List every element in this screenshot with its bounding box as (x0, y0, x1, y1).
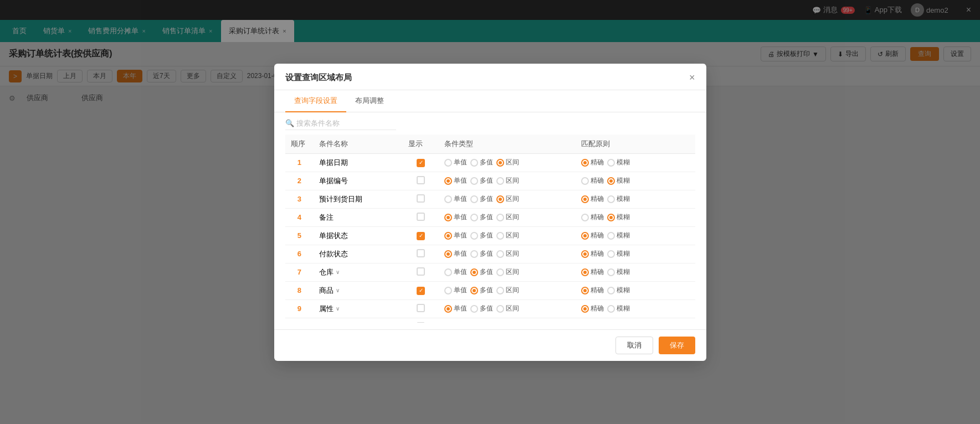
type-single-option[interactable]: 单值 (444, 213, 467, 222)
type-multi-radio[interactable] (470, 268, 478, 276)
type-multi-radio[interactable] (470, 214, 478, 221)
type-range-radio[interactable] (496, 305, 504, 313)
type-single-radio[interactable] (444, 305, 452, 313)
type-multi-option[interactable]: 多值 (470, 267, 493, 277)
match-exact-radio[interactable] (581, 287, 589, 294)
type-single-option[interactable]: 单值 (444, 249, 467, 258)
match-fuzzy-option[interactable]: 模糊 (607, 158, 630, 167)
type-multi-radio[interactable] (470, 159, 478, 167)
type-range-option[interactable]: 区间 (496, 304, 519, 313)
match-fuzzy-radio[interactable] (607, 305, 615, 313)
expand-icon[interactable]: ∨ (336, 287, 340, 293)
type-multi-option[interactable]: 多值 (470, 249, 493, 258)
match-exact-option[interactable]: 精确 (581, 249, 604, 258)
type-single-radio[interactable] (444, 287, 452, 294)
type-range-option[interactable]: 区间 (496, 213, 519, 222)
display-checkbox[interactable] (417, 304, 425, 312)
type-single-radio[interactable] (444, 268, 452, 276)
match-exact-radio[interactable] (581, 195, 589, 203)
type-range-radio[interactable] (496, 159, 504, 167)
display-checkbox[interactable] (417, 159, 425, 167)
match-fuzzy-option[interactable]: 模糊 (607, 249, 630, 258)
match-exact-radio[interactable] (581, 177, 589, 185)
type-range-radio[interactable] (496, 250, 504, 258)
type-single-radio[interactable] (444, 250, 452, 258)
match-exact-option[interactable]: 精确 (581, 194, 604, 204)
expand-icon[interactable]: ∨ (336, 269, 340, 275)
type-range-option[interactable]: 区间 (496, 231, 519, 240)
display-checkbox[interactable] (417, 287, 425, 295)
type-range-option[interactable]: 区间 (496, 286, 519, 295)
type-multi-radio[interactable] (470, 177, 478, 185)
match-exact-radio[interactable] (581, 305, 589, 313)
type-multi-radio[interactable] (470, 232, 478, 240)
type-single-radio[interactable] (444, 195, 452, 203)
match-fuzzy-option[interactable]: 模糊 (607, 194, 630, 204)
match-fuzzy-radio[interactable] (607, 250, 615, 258)
match-exact-option[interactable]: 精确 (581, 231, 604, 240)
match-exact-option[interactable]: 精确 (581, 158, 604, 167)
match-exact-radio[interactable] (581, 250, 589, 258)
match-fuzzy-option[interactable]: 模糊 (607, 286, 630, 295)
type-single-option[interactable]: 单值 (444, 231, 467, 240)
match-fuzzy-radio[interactable] (607, 232, 615, 240)
match-exact-option[interactable]: 精确 (581, 322, 604, 323)
type-single-radio[interactable] (444, 232, 452, 240)
type-single-option[interactable]: 单值 (444, 322, 467, 323)
match-exact-radio[interactable] (581, 268, 589, 276)
type-multi-option[interactable]: 多值 (470, 304, 493, 313)
type-range-radio[interactable] (496, 232, 504, 240)
type-single-option[interactable]: 单值 (444, 158, 467, 167)
match-exact-radio[interactable] (581, 159, 589, 167)
type-range-option[interactable]: 区间 (496, 249, 519, 258)
display-checkbox[interactable] (417, 267, 425, 276)
display-checkbox[interactable] (417, 249, 425, 257)
match-fuzzy-radio[interactable] (607, 214, 615, 221)
match-fuzzy-option[interactable]: 模糊 (607, 322, 630, 323)
type-range-radio[interactable] (496, 177, 504, 185)
type-multi-option[interactable]: 多值 (470, 231, 493, 240)
type-multi-option[interactable]: 多值 (470, 213, 493, 222)
search-input[interactable] (296, 119, 385, 127)
type-single-option[interactable]: 单值 (444, 304, 467, 313)
type-single-option[interactable]: 单值 (444, 267, 467, 277)
match-fuzzy-radio[interactable] (607, 159, 615, 167)
type-multi-option[interactable]: 多值 (470, 158, 493, 167)
dialog-tab-fields[interactable]: 查询字段设置 (285, 90, 346, 112)
type-single-option[interactable]: 单值 (444, 176, 467, 185)
type-range-radio[interactable] (496, 214, 504, 221)
type-range-radio[interactable] (496, 268, 504, 276)
cancel-button[interactable]: 取消 (615, 337, 653, 354)
match-exact-option[interactable]: 精确 (581, 304, 604, 313)
display-checkbox[interactable] (417, 232, 425, 240)
type-single-radio[interactable] (444, 214, 452, 221)
type-range-option[interactable]: 区间 (496, 322, 519, 323)
match-exact-option[interactable]: 精确 (581, 267, 604, 277)
save-button[interactable]: 保存 (659, 337, 695, 354)
match-exact-option[interactable]: 精确 (581, 176, 604, 185)
display-checkbox[interactable] (417, 322, 425, 323)
match-fuzzy-option[interactable]: 模糊 (607, 231, 630, 240)
match-fuzzy-option[interactable]: 模糊 (607, 304, 630, 313)
match-fuzzy-radio[interactable] (607, 195, 615, 203)
type-multi-radio[interactable] (470, 305, 478, 313)
type-multi-option[interactable]: 多值 (470, 176, 493, 185)
type-multi-option[interactable]: 多值 (470, 322, 493, 323)
type-single-radio[interactable] (444, 177, 452, 185)
type-range-radio[interactable] (496, 287, 504, 294)
match-exact-radio[interactable] (581, 232, 589, 240)
display-checkbox[interactable] (417, 194, 425, 203)
type-multi-radio[interactable] (470, 195, 478, 203)
type-range-option[interactable]: 区间 (496, 176, 519, 185)
type-range-option[interactable]: 区间 (496, 267, 519, 277)
match-exact-option[interactable]: 精确 (581, 286, 604, 295)
type-single-radio[interactable] (444, 159, 452, 167)
type-single-option[interactable]: 单值 (444, 286, 467, 295)
display-checkbox[interactable] (417, 213, 425, 221)
match-fuzzy-radio[interactable] (607, 268, 615, 276)
type-multi-radio[interactable] (470, 287, 478, 294)
match-fuzzy-radio[interactable] (607, 177, 615, 185)
type-range-option[interactable]: 区间 (496, 158, 519, 167)
type-multi-option[interactable]: 多值 (470, 286, 493, 295)
match-exact-option[interactable]: 精确 (581, 213, 604, 222)
